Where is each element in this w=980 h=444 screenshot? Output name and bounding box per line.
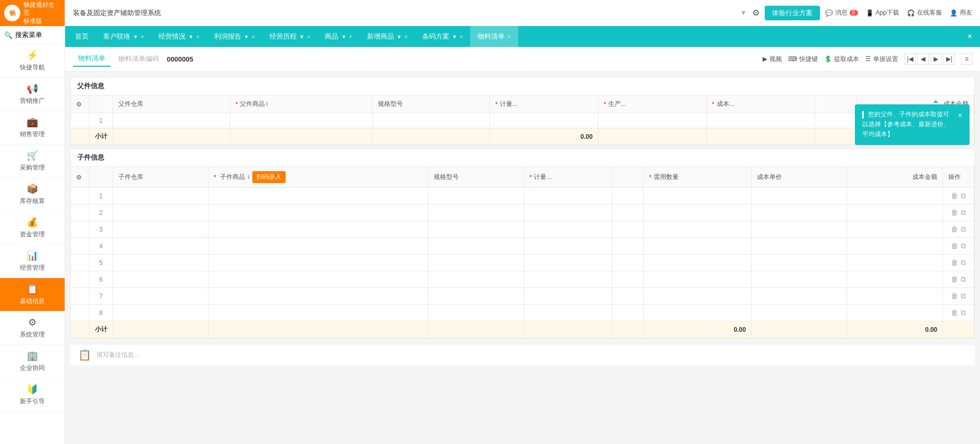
parent-row-production[interactable] — [598, 113, 706, 128]
nav-tab-bom[interactable]: 物料清单× — [470, 26, 518, 47]
settings-gear-icon[interactable]: ⚙ — [752, 8, 760, 18]
nav-tab-profit-report[interactable]: 利润报告▼× — [207, 26, 262, 47]
child-row-needed-2[interactable] — [644, 205, 752, 221]
child-row-warehouse-2[interactable] — [113, 205, 209, 221]
child-row-qty-8[interactable] — [524, 305, 612, 321]
info-icon[interactable]: ℹ — [248, 174, 250, 181]
online-service-action[interactable]: 🎧 在线客服 — [907, 8, 942, 17]
single-settings-action[interactable]: ☰ 单据设置 — [865, 55, 898, 64]
delete-icon-8[interactable]: 🗑 — [951, 308, 958, 317]
copy-icon-7[interactable]: ⧉ — [961, 292, 966, 301]
child-row-product-4[interactable] — [209, 238, 428, 255]
child-row-qty-4[interactable] — [524, 238, 612, 255]
child-row-cost-unit-2[interactable] — [751, 205, 847, 221]
copy-icon-3[interactable]: ⧉ — [961, 225, 966, 234]
child-row-needed-7[interactable] — [644, 288, 752, 305]
nav-tab-home[interactable]: 首页 — [68, 26, 96, 47]
child-row-product-5[interactable] — [209, 255, 428, 271]
child-row-product-8[interactable] — [209, 305, 428, 321]
child-row-qty-5[interactable] — [524, 255, 612, 271]
tab-close-new-goods[interactable]: × — [405, 33, 408, 40]
shortcut-action[interactable]: ⌨ 快捷键 — [788, 55, 818, 64]
sidebar-item-basic-info[interactable]: 📋 基础信息 — [0, 278, 65, 311]
sidebar-item-marketing[interactable]: 📢 营销推广 — [0, 78, 65, 111]
nav-close-button[interactable]: × — [962, 32, 977, 41]
tab-close-goods[interactable]: × — [349, 33, 352, 40]
delete-icon-7[interactable]: 🗑 — [951, 292, 958, 301]
child-row-spec-3[interactable] — [428, 221, 524, 238]
tab-bom[interactable]: 物料清单 — [73, 51, 111, 67]
user-menu[interactable]: 👤 用友 — [950, 8, 972, 17]
nav-tab-new-goods[interactable]: 新增商品▼× — [360, 26, 415, 47]
child-row-cost-unit-8[interactable] — [751, 305, 847, 321]
child-row-qty-1[interactable] — [524, 188, 612, 205]
nav-tab-ops-history[interactable]: 经营历程▼× — [262, 26, 317, 47]
child-row-spec-4[interactable] — [428, 238, 524, 255]
parent-row-cost[interactable] — [706, 113, 815, 128]
copy-icon-8[interactable]: ⧉ — [961, 308, 966, 317]
sidebar-item-quick-nav[interactable]: ⚡ 快捷导航 — [0, 44, 65, 78]
child-row-qty-3[interactable] — [524, 221, 612, 238]
layout-button[interactable]: ≡ — [961, 53, 972, 65]
app-download-action[interactable]: 📱 App下载 — [866, 8, 899, 17]
tab-close-bom[interactable]: × — [507, 33, 510, 40]
child-row-product-1[interactable] — [209, 188, 428, 205]
next-button[interactable]: ▶ — [930, 53, 942, 65]
nav-tab-goods[interactable]: 商品▼× — [317, 26, 359, 47]
child-row-warehouse-8[interactable] — [113, 305, 209, 321]
parent-row-product[interactable] — [230, 113, 372, 128]
nav-tab-operations-status[interactable]: 经营情况▼× — [151, 26, 206, 47]
child-row-warehouse-7[interactable] — [113, 288, 209, 305]
extract-cost-action[interactable]: 💲 提取成本 — [824, 55, 859, 64]
sidebar-item-operations[interactable]: 📊 经营管理 — [0, 245, 65, 278]
nav-tab-customer[interactable]: 客户联络▼× — [96, 26, 151, 47]
copy-icon-5[interactable]: ⧉ — [961, 258, 966, 267]
tab-close-customer[interactable]: × — [141, 33, 144, 40]
delete-icon-4[interactable]: 🗑 — [951, 242, 958, 250]
search-menu[interactable]: 🔍 搜索菜单 — [0, 26, 65, 44]
delete-icon-6[interactable]: 🗑 — [951, 275, 958, 284]
parent-row-spec[interactable] — [372, 113, 489, 128]
trial-button[interactable]: 体验行业方案 — [765, 6, 820, 20]
info-icon[interactable]: ℹ — [266, 101, 268, 107]
sidebar-item-inventory[interactable]: 📦 库存核算 — [0, 178, 65, 211]
child-row-spec-2[interactable] — [428, 205, 524, 221]
prev-button[interactable]: ◀ — [917, 53, 929, 65]
tab-close-operations-status[interactable]: × — [196, 33, 199, 40]
child-row-product-6[interactable] — [209, 271, 428, 288]
child-row-qty-7[interactable] — [524, 288, 612, 305]
sidebar-item-sales[interactable]: 💼 销售管理 — [0, 111, 65, 145]
dropdown-arrow-icon[interactable]: ▼ — [740, 9, 747, 17]
child-row-cost-unit-3[interactable] — [751, 221, 847, 238]
child-row-cost-unit-4[interactable] — [751, 238, 847, 255]
child-row-qty-6[interactable] — [524, 271, 612, 288]
sidebar-item-enterprise[interactable]: 🏢 企业协同 — [0, 345, 65, 378]
parent-row-qty[interactable] — [490, 113, 598, 128]
tab-close-ops-history[interactable]: × — [307, 33, 310, 40]
message-action[interactable]: 💬 消息 6 — [825, 8, 858, 17]
sidebar-item-purchase[interactable]: 🛒 采购管理 — [0, 145, 65, 178]
child-row-needed-5[interactable] — [644, 255, 752, 271]
tooltip-close-button[interactable]: × — [958, 110, 962, 121]
sidebar-item-system[interactable]: ⚙ 系统管理 — [0, 311, 65, 345]
child-row-product-2[interactable] — [209, 205, 428, 221]
sidebar-item-finance[interactable]: 💰 资金管理 — [0, 211, 65, 245]
child-row-spec-8[interactable] — [428, 305, 524, 321]
child-row-spec-7[interactable] — [428, 288, 524, 305]
child-row-warehouse-4[interactable] — [113, 238, 209, 255]
sidebar-item-guide[interactable]: 🔰 新手引导 — [0, 378, 65, 412]
child-row-spec-5[interactable] — [428, 255, 524, 271]
nav-tab-barcode[interactable]: 条码方案▼× — [415, 26, 470, 47]
child-row-needed-4[interactable] — [644, 238, 752, 255]
tab-close-barcode[interactable]: × — [460, 33, 463, 40]
child-row-qty-2[interactable] — [524, 205, 612, 221]
prev-first-button[interactable]: |◀ — [904, 53, 916, 65]
child-row-warehouse-5[interactable] — [113, 255, 209, 271]
next-last-button[interactable]: ▶| — [944, 53, 955, 65]
tab-close-profit-report[interactable]: × — [252, 33, 255, 40]
child-row-cost-unit-6[interactable] — [751, 271, 847, 288]
child-row-product-7[interactable] — [209, 288, 428, 305]
delete-icon-5[interactable]: 🗑 — [951, 258, 958, 267]
child-row-warehouse-3[interactable] — [113, 221, 209, 238]
copy-icon-1[interactable]: ⧉ — [961, 191, 966, 200]
